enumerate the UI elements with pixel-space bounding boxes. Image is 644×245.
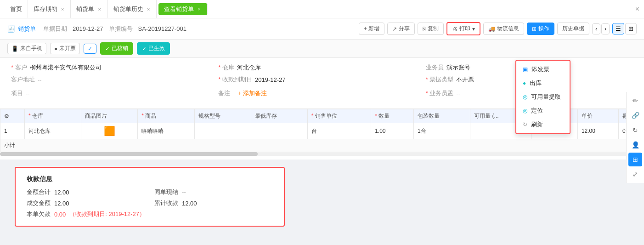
print-dropdown-icon: ▾ <box>472 26 475 32</box>
tab-sales-history-close[interactable]: × <box>146 6 151 12</box>
outbound-icon: ● <box>523 80 526 86</box>
refresh-icon: ↻ <box>523 121 527 128</box>
doc-title-icon: 🧾 <box>7 25 15 33</box>
toolbar-row: 📱 来自手机 ● 未开票 ✓ ✓ 已核销 ✓ 已生效 <box>0 40 644 58</box>
summary-row-same-order: 同单现结 -- <box>154 188 273 196</box>
sidebar-refresh[interactable]: ↻ <box>628 123 642 137</box>
cancel-label: 已核销 <box>112 45 128 52</box>
col-settings: ⚙ <box>0 109 25 123</box>
tab-sales-history[interactable]: 销货单历史 × <box>108 0 157 18</box>
history-label: 历史单据 <box>562 25 584 33</box>
from-phone-btn[interactable]: 📱 来自手机 <box>7 43 46 54</box>
tab-sales-order-close[interactable]: × <box>97 6 102 12</box>
dropdown-locate[interactable]: ◎ 定位 <box>516 104 570 118</box>
next-button[interactable]: › <box>601 23 610 34</box>
locate-icon: ◎ <box>523 108 527 114</box>
dropdown-add-invoice[interactable]: ▣ 添发票 <box>516 63 570 76</box>
total-label: 金额合计 <box>27 188 51 196</box>
copy-button[interactable]: ⎘ 复制 <box>418 23 444 35</box>
sidebar-edit[interactable]: ✏ <box>628 94 642 108</box>
window-close-btn[interactable]: × <box>635 5 639 13</box>
doc-title: 🧾 销货单 <box>7 25 36 33</box>
cell-pack-qty: 1台 <box>414 123 470 139</box>
print-label: 打印 <box>459 25 470 33</box>
deal-value: 12.00 <box>54 200 69 207</box>
dropdown-refresh[interactable]: ↻ 刷新 <box>516 118 570 131</box>
tab-home[interactable]: 首页 <box>5 0 28 18</box>
summary-title: 收款信息 <box>27 175 273 183</box>
sidebar-expand[interactable]: ⤢ <box>628 167 642 181</box>
invoice-label: 票据类型 <box>426 75 454 84</box>
product-image-icon: 🟧 <box>104 126 115 136</box>
prev-button[interactable]: ‹ <box>592 23 600 34</box>
new-button[interactable]: + 新增 <box>359 23 384 35</box>
customer-label: 客户 <box>11 63 27 72</box>
add-memo-button[interactable]: + 添加备注 <box>233 87 271 99</box>
doc-header-left: 🧾 销货单 单据日期 2019-12-27 单据编号 SA-20191227-0… <box>7 25 186 33</box>
col-unit: 销售单位 <box>307 109 371 123</box>
cumulative-label: 累计收款 <box>154 199 178 207</box>
owed-note: （收款到期日: 2019-12-27） <box>69 210 145 218</box>
grid-view-btn[interactable]: ⊞ <box>625 23 637 34</box>
dropdown-outbound[interactable]: ● 出库 <box>516 76 570 90</box>
memo-label: 备注 <box>218 89 230 97</box>
summary-row-owed: 本单欠款 0.00 （收款到期日: 2019-12-27） <box>27 210 145 218</box>
tab-inventory-init-close[interactable]: × <box>60 6 65 12</box>
invoice-value: 不开票 <box>456 75 474 84</box>
date-label: 单据日期 <box>43 25 67 33</box>
share-button[interactable]: ↗ 分享 <box>387 23 415 35</box>
tab-sales-history-label: 销货单历史 <box>113 5 143 13</box>
copy-label: 复制 <box>428 25 439 33</box>
tab-view-sales[interactable]: 查看销货单 × <box>158 3 207 15</box>
dropdown-available-qty[interactable]: ◎ 可用量提取 <box>516 90 570 104</box>
project-label: 项目 <box>11 89 23 97</box>
staff2-value: -- <box>456 90 460 97</box>
total-value: 12.00 <box>54 189 69 196</box>
history-button[interactable]: 历史单据 <box>557 23 589 35</box>
cumulative-value: 12.00 <box>182 200 197 207</box>
same-order-label: 同单现结 <box>154 188 178 196</box>
sidebar-grid[interactable]: ⊞ <box>628 153 642 166</box>
share-label: 分享 <box>399 25 410 33</box>
cell-min-stock <box>251 123 307 139</box>
sidebar-link[interactable]: 🔗 <box>628 108 642 122</box>
tab-inventory-init[interactable]: 库存期初 × <box>28 0 71 18</box>
owed-value: 0.00 <box>54 211 66 218</box>
available-qty-icon: ◎ <box>523 94 527 100</box>
col-qty: 数量 <box>371 109 414 123</box>
effect-btn[interactable]: ✓ 已生效 <box>137 42 170 55</box>
cell-spec <box>194 123 251 139</box>
customer-field: 客户 柳州粤港平安气体有限公司 <box>11 63 218 72</box>
print-icon: 🖨 <box>452 26 458 32</box>
not-open-label: 未开票 <box>59 45 76 52</box>
subtotal-label: 小计 <box>0 139 644 152</box>
payment-date-field: 收款到期日 2019-12-27 <box>218 75 425 84</box>
col-warehouse: 仓库 <box>25 109 81 123</box>
available-qty-label: 可用量提取 <box>531 93 561 101</box>
list-view-btn[interactable]: ☰ <box>612 23 624 34</box>
horizontal-scrollbar[interactable] <box>0 152 644 156</box>
doc-no-label: 单据编号 <box>109 25 133 33</box>
print-button[interactable]: 🖨 打印 ▾ <box>446 22 480 35</box>
sidebar-user[interactable]: 👤 <box>628 138 642 152</box>
summary-section: 收款信息 金额合计 12.00 同单现结 -- 成交金额 12.00 累计收款 … <box>15 167 285 227</box>
summary-grid: 金额合计 12.00 同单现结 -- 成交金额 12.00 累计收款 12.00… <box>27 188 273 218</box>
cell-product: 嘻嘻嘻嘻 <box>138 123 194 139</box>
logistics-button[interactable]: 🚚 物流信息 <box>483 23 524 35</box>
not-open-btn[interactable]: ● 未开票 <box>50 43 80 54</box>
cell-no: 1 <box>0 123 25 139</box>
cancel-btn[interactable]: ✓ 已核销 <box>100 42 133 55</box>
verify-btn[interactable]: ✓ <box>84 44 96 54</box>
customer-value: 柳州粤港平安气体有限公司 <box>30 63 102 72</box>
operations-button[interactable]: ⊞ 操作 <box>527 23 554 35</box>
tab-sales-order[interactable]: 销货单 × <box>71 0 107 18</box>
scrollbar-thumb[interactable] <box>0 152 258 156</box>
operations-label: 操作 <box>538 25 549 33</box>
subtotal-row: 小计 <box>0 139 644 152</box>
col-spec: 规格型号 <box>194 109 251 123</box>
tab-inventory-init-label: 库存期初 <box>34 5 57 13</box>
view-toggle: ☰ ⊞ <box>612 23 637 34</box>
tab-view-sales-close[interactable]: × <box>197 6 201 12</box>
staff2-label: 业务员孟 <box>426 89 454 97</box>
verify-icon: ✓ <box>88 46 92 52</box>
